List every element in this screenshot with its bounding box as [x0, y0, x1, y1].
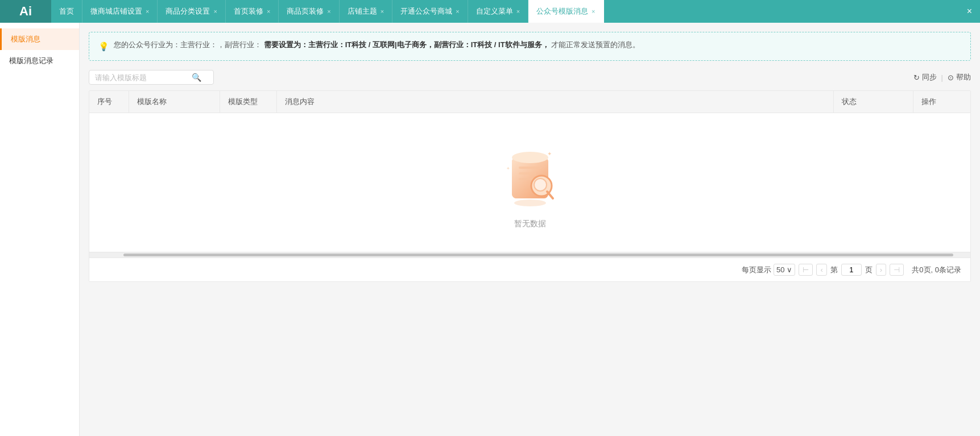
per-page-dropdown[interactable]: 50 ∨ [774, 264, 795, 276]
tab-close-menu[interactable]: × [516, 8, 520, 15]
tab-close-mall[interactable]: × [456, 8, 459, 15]
page-after-label: 页 [865, 265, 873, 275]
sidebar: 模版消息模版消息记录 [0, 23, 80, 436]
tab-home[interactable]: 首页 [51, 0, 82, 23]
empty-illustration: ✦ ✦ [496, 142, 564, 210]
prev-page-button[interactable]: ‹ [816, 264, 826, 276]
last-page-button[interactable]: ⊣ [890, 264, 904, 276]
search-icon[interactable]: 🔍 [192, 73, 201, 82]
tab-category[interactable]: 商品分类设置× [158, 0, 225, 23]
svg-rect-4 [519, 167, 541, 169]
sidebar-item-template-msg[interactable]: 模版消息 [0, 28, 79, 50]
svg-point-0 [514, 200, 546, 206]
dropdown-chevron-icon: ∨ [787, 265, 792, 274]
tab-close-theme[interactable]: × [381, 8, 384, 15]
table-col-3: 消息内容 [277, 91, 834, 113]
notice-highlight: 需要设置为：主营行业：IT科技 / 互联网|电子商务，副营行业：IT科技 / I… [264, 40, 549, 49]
search-input[interactable] [95, 73, 192, 82]
per-page-value: 50 [776, 265, 784, 274]
tab-product[interactable]: 商品页装修× [279, 0, 339, 23]
tab-menu[interactable]: 自定义菜单× [468, 0, 528, 23]
table-header: 序号模版名称模版类型消息内容状态操作 [89, 91, 970, 113]
first-page-button[interactable]: ⊢ [799, 264, 813, 276]
brand-logo: Ai [0, 0, 51, 23]
empty-state: ✦ ✦ 暂无数据 [89, 113, 970, 252]
svg-point-3 [512, 152, 548, 163]
pagination: 每页显示 50 ∨ ⊢ ‹ 第 页 › ⊣ 共0页, 0条记录 [89, 258, 970, 281]
sync-button[interactable]: ↻ 同步 [913, 72, 937, 82]
per-page-select: 每页显示 50 ∨ [742, 264, 795, 276]
help-icon: ⊙ [948, 73, 954, 82]
page-before-label: 第 [830, 265, 838, 275]
table-col-2: 模版类型 [220, 91, 277, 113]
notice-box: 💡 您的公众号行业为：主营行业：，副营行业： 需要设置为：主营行业：IT科技 /… [89, 32, 971, 61]
close-all-button[interactable]: × [959, 6, 980, 16]
search-bar: 🔍 ↻ 同步 | ⊙ 帮助 [89, 70, 971, 85]
tab-close-homepage[interactable]: × [267, 8, 270, 15]
sidebar-item-template-record[interactable]: 模版消息记录 [0, 50, 79, 72]
per-page-label: 每页显示 [742, 265, 771, 275]
tab-mall[interactable]: 开通公众号商城× [392, 0, 468, 23]
table-col-5: 操作 [913, 91, 970, 113]
tab-close-template[interactable]: × [592, 8, 595, 15]
notice-text: 您的公众号行业为：主营行业：，副营行业： 需要设置为：主营行业：IT科技 / 互… [114, 39, 640, 51]
scrollbar-thumb[interactable] [123, 254, 953, 256]
nav-tabs: 首页微商城店铺设置×商品分类设置×首页装修×商品页装修×店铺主题×开通公众号商城… [51, 0, 959, 23]
page-number-input[interactable] [841, 264, 862, 276]
help-button[interactable]: ⊙ 帮助 [948, 72, 971, 82]
sync-icon: ↻ [913, 73, 920, 82]
svg-text:✦: ✦ [506, 166, 510, 171]
search-actions: ↻ 同步 | ⊙ 帮助 [913, 72, 971, 82]
data-table: 序号模版名称模版类型消息内容状态操作 [89, 90, 971, 282]
search-input-wrap: 🔍 [89, 70, 214, 85]
divider: | [941, 73, 943, 82]
tab-close-category[interactable]: × [213, 8, 217, 15]
table-col-0: 序号 [89, 91, 129, 113]
tab-close-product[interactable]: × [327, 8, 330, 15]
page-summary: 共0页, 0条记录 [912, 265, 961, 275]
svg-rect-5 [519, 172, 536, 175]
tab-homepage[interactable]: 首页装修× [226, 0, 279, 23]
top-nav: Ai 首页微商城店铺设置×商品分类设置×首页装修×商品页装修×店铺主题×开通公众… [0, 0, 980, 23]
svg-text:✦: ✦ [547, 151, 552, 157]
tab-wshop[interactable]: 微商城店铺设置× [82, 0, 158, 23]
page-layout: 模版消息模版消息记录 💡 您的公众号行业为：主营行业：，副营行业： 需要设置为：… [0, 23, 980, 436]
tab-theme[interactable]: 店铺主题× [340, 0, 392, 23]
next-page-button[interactable]: › [876, 264, 886, 276]
svg-point-8 [534, 178, 547, 191]
table-col-1: 模版名称 [129, 91, 220, 113]
table-col-4: 状态 [834, 91, 913, 113]
main-content: 💡 您的公众号行业为：主营行业：，副营行业： 需要设置为：主营行业：IT科技 /… [80, 23, 980, 436]
notice-icon: 💡 [98, 40, 109, 53]
empty-text: 暂无数据 [514, 219, 546, 229]
tab-close-wshop[interactable]: × [146, 8, 149, 15]
horizontal-scrollbar[interactable] [89, 252, 970, 258]
tab-template[interactable]: 公众号模版消息× [528, 0, 603, 23]
